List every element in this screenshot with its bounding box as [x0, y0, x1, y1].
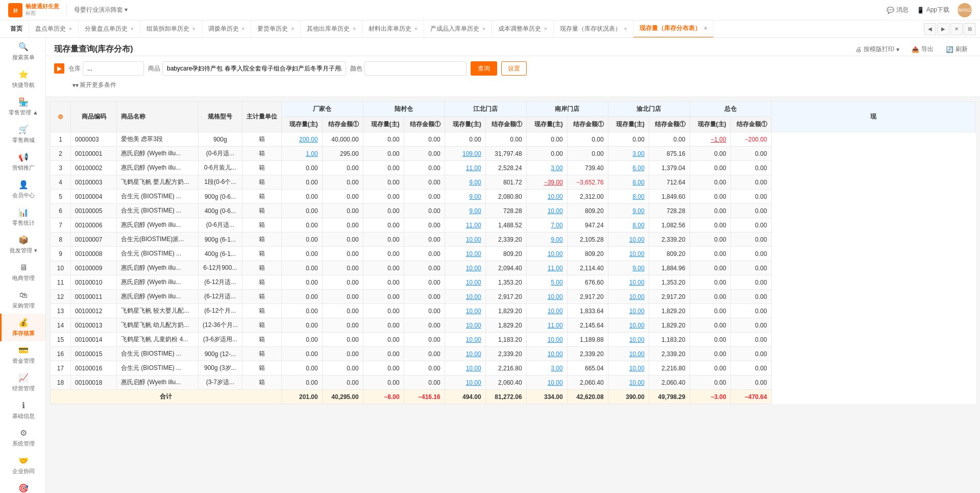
cell-value: 0.00 — [322, 375, 363, 390]
summary-cell: −470.64 — [730, 390, 771, 404]
cell-value: 0.00 — [690, 161, 730, 175]
expand-toggle[interactable]: ▶ — [54, 63, 64, 74]
warehouse-input[interactable] — [83, 61, 144, 76]
settings-btn[interactable]: 设置 — [501, 61, 527, 76]
tab-close[interactable]: × — [131, 26, 134, 32]
sidebar-item-search[interactable]: 🔍 搜索英单 — [0, 38, 45, 65]
color-input[interactable] — [364, 61, 467, 76]
sidebar-item-finance[interactable]: 💳 资金管理 — [0, 341, 45, 369]
cell-value: 0.00 — [730, 304, 771, 318]
tab-inventory-check[interactable]: 盘点单历史 × — [29, 20, 79, 38]
tab-close[interactable]: × — [704, 26, 707, 31]
tab-close[interactable]: × — [544, 26, 547, 32]
summary-cell: 390.00 — [608, 390, 649, 404]
cell-value: 11.00 — [445, 218, 485, 232]
sidebar-item-members[interactable]: 👤 会员中心 — [0, 176, 45, 203]
sidebar-item-guide[interactable]: 🎯 新手引导 — [0, 479, 45, 493]
cell-value: 5.00 — [526, 275, 567, 290]
app-download-action[interactable]: 📱 App下载 — [917, 6, 949, 14]
tab-调拨[interactable]: 调拨单历史 × — [202, 20, 252, 38]
tab-close[interactable]: × — [69, 26, 72, 32]
cell-value: 0.00 — [363, 275, 404, 290]
cell-value: 2,339.20 — [485, 347, 526, 361]
messages-action[interactable]: 💬 消息 — [887, 6, 909, 14]
cell-value: 8.00 — [608, 218, 649, 232]
user-action[interactable]: demo2 — [958, 3, 972, 17]
sidebar-item-inventory[interactable]: 💰 库存核算 — [0, 314, 45, 341]
tab-材料出库[interactable]: 材料出库单历史 × — [362, 20, 424, 38]
cell-value: 665.04 — [567, 361, 608, 375]
cell-name: 合生元 (BIOSTIME) ... — [117, 190, 199, 204]
cell-value: 0.00 — [730, 290, 771, 304]
sidebar-item-marketing[interactable]: 📢 营销推广 — [0, 148, 45, 176]
th-jiangbei-stock: 现存量(主) — [445, 117, 485, 132]
sidebar-item-collab[interactable]: 🤝 企业协同 — [0, 452, 45, 479]
cell-value: 31,797.48 — [485, 147, 526, 161]
tab-home[interactable]: 首页 — [4, 20, 29, 38]
cell-value: 1,884.96 — [649, 261, 690, 275]
sidebar-item-basics[interactable]: ℹ 基础信息 — [0, 396, 45, 424]
tab-成本调整[interactable]: 成本调整单历史 × — [492, 20, 554, 38]
cell-value: 0.00 — [690, 218, 730, 232]
expand-more-btn[interactable]: ▾▾ 展开更多条件 — [68, 79, 120, 91]
sidebar-item-retail-mgmt[interactable]: 🏪 零售管理 ▲ — [0, 93, 45, 121]
sidebar-item-nav[interactable]: ⭐ 快捷导航 — [0, 65, 45, 93]
tab-close[interactable]: × — [192, 26, 195, 32]
tab-close[interactable]: × — [414, 26, 418, 32]
nav-next-btn[interactable]: ▶ — [937, 23, 949, 35]
cell-value: 10.00 — [608, 290, 649, 304]
tab-产成品[interactable]: 产成品入库单历史 × — [424, 20, 492, 38]
cell-spec: 900g — [199, 132, 242, 147]
sidebar-item-operations[interactable]: 📈 经营管理 — [0, 369, 45, 396]
cell-value: 0.00 — [281, 347, 322, 361]
cell-value: 0.00 — [322, 175, 363, 190]
tab-close[interactable]: × — [482, 26, 485, 32]
cell-value: 3.00 — [526, 361, 567, 375]
cell-value: 2,312.00 — [567, 190, 608, 204]
tab-close[interactable]: × — [291, 26, 294, 32]
cell-name: 合生元 (BIOSTIME) ... — [117, 361, 199, 375]
cell-unit: 箱 — [242, 232, 281, 247]
sidebar-item-mall[interactable]: 🛒 零售商城 — [0, 121, 45, 148]
tab-close[interactable]: × — [353, 26, 356, 32]
tab-组装[interactable]: 组装拆卸单历史 × — [140, 20, 202, 38]
tab-库存分布[interactable]: 现存量（库存分布表） × — [633, 20, 714, 38]
tab-分量[interactable]: 分量盘点单历史 × — [79, 20, 140, 38]
sidebar-item-retail-stats[interactable]: 📊 零售统计 — [0, 203, 45, 231]
sidebar-item-system[interactable]: ⚙ 系统管理 — [0, 424, 45, 452]
cell-code: 00100001 — [71, 147, 117, 161]
query-btn[interactable]: 查询 — [471, 61, 497, 76]
cell-value: 0.00 — [363, 204, 404, 218]
cell-seq: 13 — [51, 304, 71, 318]
nav-prev-btn[interactable]: ◀ — [924, 23, 936, 35]
print-btn[interactable]: 🖨 按模版打印 ▾ — [851, 43, 903, 56]
tab-其他出库[interactable]: 其他出库单历史 × — [301, 20, 362, 38]
sidebar-label: 资金管理 — [12, 357, 35, 365]
sidebar-item-wholesale[interactable]: 📦 批发管理 ▾ — [0, 231, 45, 259]
goods-label: 商品 — [148, 64, 160, 73]
sidebar-item-purchase[interactable]: 🛍 采购管理 — [0, 286, 45, 314]
summary-cell: 81,272.06 — [485, 390, 526, 404]
tab-close[interactable]: × — [624, 26, 627, 32]
tab-close[interactable]: × — [242, 26, 245, 32]
cell-value: 0.00 — [322, 318, 363, 333]
nav-menu-btn[interactable]: ⊞ — [964, 23, 976, 35]
cell-value: 0.00 — [608, 132, 649, 147]
refresh-btn[interactable]: 🔄 刷新 — [942, 43, 972, 56]
cell-value: 0.00 — [363, 333, 404, 347]
cell-spec: 400g (0-6... — [199, 204, 242, 218]
cell-code: 00100008 — [71, 247, 117, 261]
th-lucun-amount: 结存金额① — [404, 117, 445, 132]
nav-close-btn[interactable]: ✕ — [950, 23, 963, 35]
tab-要货[interactable]: 要货单历史 × — [251, 20, 301, 38]
cell-name: 惠氏启醇 (Wyeth illu... — [117, 275, 199, 290]
tab-库存状况[interactable]: 现存量（库存状况表） × — [554, 20, 634, 38]
th-gear[interactable]: ⚙ — [51, 102, 71, 132]
goods-input[interactable] — [162, 61, 346, 76]
org-selector[interactable]: 母婴行业演示阵套 ▾ — [74, 6, 128, 14]
sidebar-item-ecommerce[interactable]: 🖥 电商管理 — [0, 259, 45, 286]
export-btn[interactable]: 📤 导出 — [908, 43, 938, 56]
cell-value: 1.00 — [281, 147, 322, 161]
cell-value: 0.00 — [445, 132, 485, 147]
cell-value: 9.00 — [608, 261, 649, 275]
